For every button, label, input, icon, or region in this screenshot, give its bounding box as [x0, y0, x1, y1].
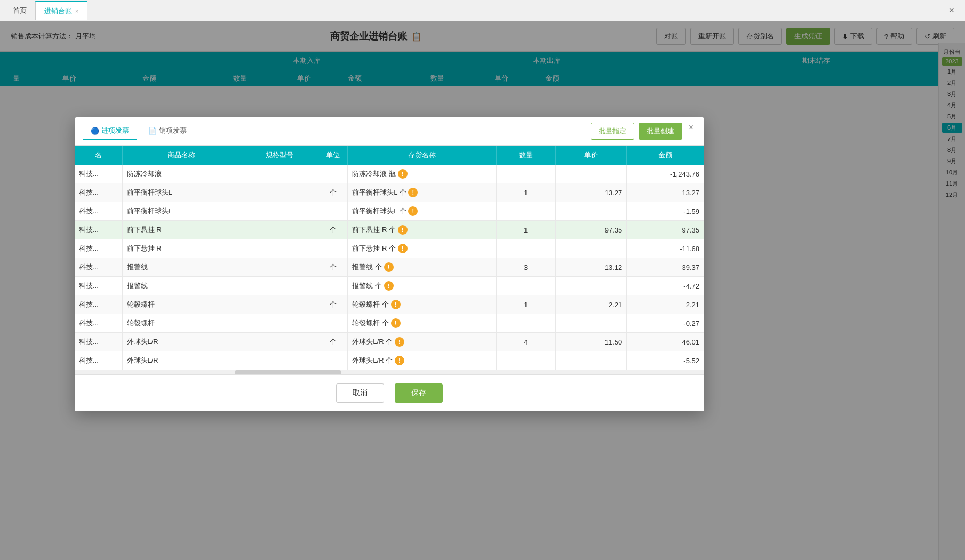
cell-amount: 46.01: [627, 333, 704, 351]
cell-qty: 1: [496, 221, 555, 239]
cell-unit: [318, 202, 348, 221]
cell-inventory: 前平衡杆球头L 个 !: [348, 202, 496, 221]
cell-unit: [318, 239, 348, 258]
tab-home[interactable]: 首页: [4, 2, 35, 20]
warning-icon[interactable]: !: [408, 206, 418, 216]
cell-qty: 1: [496, 183, 555, 202]
cell-product: 外球头L/R: [122, 333, 241, 351]
cell-product: 前下悬挂 R: [122, 239, 241, 258]
cell-unit: 个: [318, 221, 348, 239]
cell-amount: 13.27: [627, 183, 704, 202]
cell-inventory: 防冻冷却液 瓶 !: [348, 165, 496, 183]
col-product-name: 商品名称: [122, 146, 241, 165]
save-button[interactable]: 保存: [395, 383, 443, 403]
modal-dialog: 🔵 进项发票 📄 销项发票 批量指定 批量创建 × 名 商品名称 规格型: [75, 117, 704, 411]
cell-product: 报警线: [122, 277, 241, 295]
modal-table-container: 名 商品名称 规格型号 单位 存货名称 数量 单价 金额 科技... 防冻冷却液: [75, 146, 704, 370]
cell-unit: 个: [318, 183, 348, 202]
cell-price: 13.12: [555, 258, 627, 277]
table-row: 科技... 前平衡杆球头L 个 前平衡杆球头L 个 ! 1 13.27 13.2…: [75, 183, 704, 202]
cell-amount: -5.52: [627, 351, 704, 370]
cell-qty: 3: [496, 258, 555, 277]
col-amount: 金额: [627, 146, 704, 165]
tab-close-icon[interactable]: ×: [75, 8, 78, 14]
cell-qty: [496, 202, 555, 221]
batch-create-button[interactable]: 批量创建: [639, 123, 682, 140]
modal-horizontal-scrollbar[interactable]: [75, 370, 704, 374]
cell-amount: 97.35: [627, 221, 704, 239]
cell-name: 科技...: [75, 202, 122, 221]
table-row: 科技... 报警线 报警线 个 ! -4.72: [75, 277, 704, 295]
cell-price: 11.50: [555, 333, 627, 351]
col-name: 名: [75, 146, 122, 165]
cell-spec: [241, 295, 318, 314]
tab-ledger[interactable]: 进销台账 ×: [35, 1, 87, 20]
cell-name: 科技...: [75, 351, 122, 370]
warning-icon[interactable]: !: [398, 169, 408, 179]
cancel-button[interactable]: 取消: [336, 383, 384, 403]
tab-bar: 首页 进销台账 × ×: [0, 0, 965, 21]
cell-qty: 1: [496, 295, 555, 314]
table-row: 科技... 前下悬挂 R 个 前下悬挂 R 个 ! 1 97.35 97.35: [75, 221, 704, 239]
cell-product: 前下悬挂 R: [122, 221, 241, 239]
warning-icon[interactable]: !: [391, 318, 401, 328]
table-row: 科技... 前平衡杆球头L 前平衡杆球头L 个 ! -1.59: [75, 202, 704, 221]
main-area: 销售成本计算方法： 月平均 商贸企业进销台账 📋 对账 重新开账 存货别名 生成…: [0, 21, 965, 560]
warning-icon[interactable]: !: [398, 244, 408, 253]
cell-spec: [241, 183, 318, 202]
modal-header: 🔵 进项发票 📄 销项发票 批量指定 批量创建 ×: [75, 117, 704, 146]
cell-amount: 2.21: [627, 295, 704, 314]
modal-header-buttons: 批量指定 批量创建 ×: [591, 123, 696, 140]
invoice-table: 名 商品名称 规格型号 单位 存货名称 数量 单价 金额 科技... 防冻冷却液: [75, 146, 704, 370]
cell-qty: [496, 277, 555, 295]
cell-unit: 个: [318, 258, 348, 277]
cell-product: 前平衡杆球头L: [122, 202, 241, 221]
cell-price: [555, 202, 627, 221]
cell-product: 外球头L/R: [122, 351, 241, 370]
cell-qty: [496, 351, 555, 370]
modal-footer: 取消 保存: [75, 374, 704, 411]
table-row: 科技... 前下悬挂 R 前下悬挂 R 个 ! -11.68: [75, 239, 704, 258]
warning-icon[interactable]: !: [384, 262, 394, 272]
scrollbar-thumb[interactable]: [235, 370, 341, 374]
cell-inventory: 前平衡杆球头L 个 !: [348, 183, 496, 202]
sales-invoice-icon: 📄: [148, 127, 157, 135]
cell-price: 97.35: [555, 221, 627, 239]
cell-name: 科技...: [75, 295, 122, 314]
warning-icon[interactable]: !: [391, 300, 401, 309]
window-close-button[interactable]: ×: [942, 5, 961, 16]
warning-icon[interactable]: !: [384, 281, 394, 291]
table-row: 科技... 轮毂螺杆 个 轮毂螺杆 个 ! 1 2.21 2.21: [75, 295, 704, 314]
cell-unit: [318, 277, 348, 295]
col-qty: 数量: [496, 146, 555, 165]
warning-icon[interactable]: !: [395, 356, 404, 365]
cell-qty: [496, 314, 555, 333]
warning-icon[interactable]: !: [395, 337, 404, 347]
cell-amount: -4.72: [627, 277, 704, 295]
cell-unit: 个: [318, 333, 348, 351]
cell-amount: -0.27: [627, 314, 704, 333]
cell-product: 轮毂螺杆: [122, 295, 241, 314]
cell-inventory: 外球头L/R 个 !: [348, 351, 496, 370]
cell-unit: 个: [318, 295, 348, 314]
cell-name: 科技...: [75, 221, 122, 239]
cell-qty: 4: [496, 333, 555, 351]
tab-purchase-invoice[interactable]: 🔵 进项发票: [83, 123, 137, 140]
cell-spec: [241, 351, 318, 370]
cell-spec: [241, 314, 318, 333]
col-unit: 单位: [318, 146, 348, 165]
cell-price: 13.27: [555, 183, 627, 202]
warning-icon[interactable]: !: [398, 225, 408, 235]
cell-inventory: 前下悬挂 R 个 !: [348, 221, 496, 239]
cell-spec: [241, 333, 318, 351]
tab-sales-invoice[interactable]: 📄 销项发票: [141, 123, 194, 140]
table-row: 科技... 防冻冷却液 防冻冷却液 瓶 ! -1,243.76: [75, 165, 704, 183]
warning-icon[interactable]: !: [408, 188, 418, 197]
cell-inventory: 轮毂螺杆 个 !: [348, 314, 496, 333]
cell-name: 科技...: [75, 239, 122, 258]
cell-qty: [496, 239, 555, 258]
modal-close-button[interactable]: ×: [687, 123, 696, 140]
batch-assign-button[interactable]: 批量指定: [591, 123, 634, 140]
cell-name: 科技...: [75, 333, 122, 351]
cell-unit: [318, 351, 348, 370]
